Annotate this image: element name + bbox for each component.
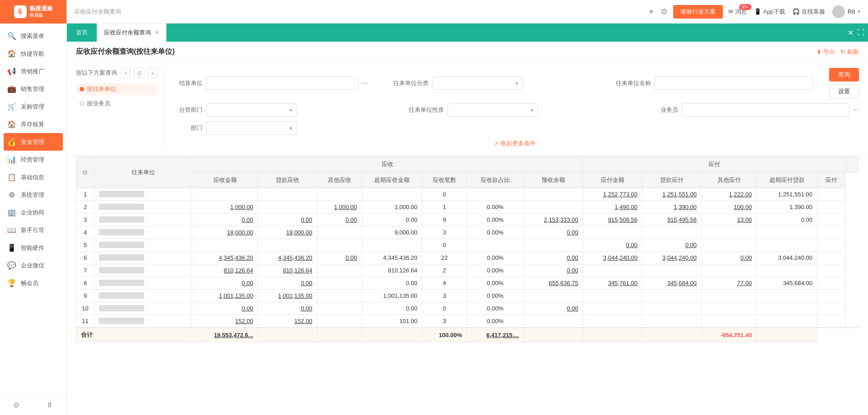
sidebar-item-operations[interactable]: 📊 经营管理 (0, 151, 66, 168)
table-cell[interactable]: 915,495.56 (642, 214, 701, 226)
salesperson-input[interactable] (682, 103, 849, 117)
table-cell[interactable]: 0.00 (192, 277, 258, 290)
table-cell[interactable] (583, 264, 642, 277)
table-cell[interactable] (317, 315, 362, 328)
tab-close-icon[interactable]: ✕ (155, 29, 159, 36)
table-cell[interactable] (583, 226, 642, 239)
table-cell[interactable]: 0.00 (524, 302, 583, 315)
sidebar-settings-btn[interactable]: ⚙ (13, 401, 19, 410)
notifications[interactable]: ✉ 消息 99+ (728, 8, 747, 16)
sidebar-collapse-btn[interactable]: ⏸ (46, 401, 53, 410)
footer-ar-total[interactable]: 19,553,472.6... (192, 328, 258, 342)
close-window-btn[interactable]: ✕ (848, 29, 854, 37)
filter-option-by-unit[interactable]: 按往来单位 (76, 83, 158, 95)
sidebar-item-wechat[interactable]: 💬 企业微信 (0, 257, 66, 274)
table-cell[interactable]: 1,000.00 (192, 201, 258, 214)
table-cell[interactable]: 0.00 (258, 302, 317, 315)
table-cell[interactable]: 0.00 (192, 302, 258, 315)
table-cell[interactable]: 345,684.00 (642, 277, 701, 290)
table-cell[interactable]: 1,252,773.00 (583, 188, 642, 201)
sidebar-item-system[interactable]: ⚙ 系统管理 (0, 186, 66, 204)
table-cell[interactable]: 1,222.00 (701, 188, 756, 201)
sidebar-item-inventory[interactable]: 🏠 库存核算 (0, 115, 66, 133)
filter-collapse-btn[interactable]: ∧ 收起更多条件 (171, 137, 859, 150)
sidebar-item-basic-info[interactable]: 📋 基础信息 (0, 168, 66, 186)
table-cell[interactable]: 0.00 (524, 226, 583, 239)
salesperson-dots-btn[interactable]: ··· (853, 106, 859, 114)
refresh-btn[interactable]: ↻ 刷新 (840, 48, 859, 56)
table-cell[interactable]: 810,126.64 (258, 264, 317, 277)
filter-add-btn[interactable]: + (121, 68, 131, 78)
table-cell[interactable] (258, 188, 317, 201)
export-btn[interactable]: ⬆ 导出 (816, 48, 835, 56)
table-cell[interactable] (317, 188, 362, 201)
sidebar-item-guide[interactable]: 📖 新手引导 (0, 221, 66, 239)
filter-options-btn[interactable]: ⊙ (134, 68, 144, 78)
table-cell[interactable] (524, 201, 583, 214)
sidebar-item-finance[interactable]: 💰 资金管理 (4, 133, 63, 151)
table-cell[interactable] (701, 302, 756, 315)
table-cell[interactable]: 0.00 (258, 214, 317, 226)
table-cell[interactable] (192, 188, 258, 201)
table-cell[interactable]: 18,000.00 (258, 226, 317, 239)
table-cell[interactable]: 810,126.64 (192, 264, 258, 277)
department-select-wrapper[interactable]: ▾ (206, 121, 297, 135)
customer-service[interactable]: 🎧 在线客服 (793, 8, 825, 16)
table-cell[interactable]: 3,044,240.00 (583, 252, 642, 264)
table-cell[interactable]: 100.00 (701, 201, 756, 214)
topbar-dropdown-icon[interactable]: ▾ (649, 7, 653, 17)
settlement-unit-input[interactable] (206, 76, 359, 90)
filter-option-by-staff[interactable]: 按业务员 (76, 98, 158, 110)
table-cell[interactable] (524, 315, 583, 328)
table-cell[interactable]: 1,390.00 (642, 201, 701, 214)
table-cell[interactable] (524, 239, 583, 252)
table-cell[interactable] (317, 226, 362, 239)
sidebar-item-member[interactable]: 🏆 畅会员 (0, 274, 66, 292)
tab-home[interactable]: 首页 (67, 24, 97, 42)
table-cell[interactable]: 1,000.00 (317, 201, 362, 214)
table-cell[interactable]: 152.00 (192, 315, 258, 328)
table-cell[interactable]: 0.00 (701, 252, 756, 264)
table-cell[interactable]: 0.00 (317, 252, 362, 264)
table-cell[interactable]: 345,761.00 (583, 277, 642, 290)
query-btn[interactable]: 查询 (829, 68, 859, 81)
table-cell[interactable]: 4,345,436.20 (192, 252, 258, 264)
sidebar-item-purchase[interactable]: 🛒 采购管理 (0, 98, 66, 115)
settings-btn[interactable]: 设置 (829, 84, 859, 99)
table-cell[interactable]: 18,000.00 (192, 226, 258, 239)
user-profile[interactable]: Rit ▾ (832, 5, 861, 18)
table-cell[interactable]: 3,044,240.00 (642, 252, 701, 264)
app-download[interactable]: 📱 App下载 (754, 8, 785, 16)
sidebar-item-search[interactable]: 🔍 搜索菜单 (0, 27, 66, 45)
table-cell[interactable]: 152.00 (258, 315, 317, 328)
table-cell[interactable]: 0.00 (583, 239, 642, 252)
table-cell[interactable]: 4,345,436.20 (258, 252, 317, 264)
sidebar-item-marketing[interactable]: 📢 营销推广 (0, 62, 66, 80)
table-cell[interactable] (642, 290, 701, 302)
table-cell[interactable]: 0.00 (317, 214, 362, 226)
filter-collapse-menu-btn[interactable]: « (148, 68, 158, 78)
table-cell[interactable]: 0.00 (192, 214, 258, 226)
table-gear-icon[interactable]: ⚙ (82, 169, 88, 176)
sidebar-item-enterprise[interactable]: 🏢 企业协同 (0, 204, 66, 221)
sidebar-item-quick-nav[interactable]: 🏠 快捷导航 (0, 45, 66, 62)
table-cell[interactable] (317, 302, 362, 315)
unit-category-select-wrapper[interactable]: ▾ (432, 76, 523, 90)
table-cell[interactable] (701, 315, 756, 328)
table-cell[interactable] (642, 315, 701, 328)
table-cell[interactable]: 0.00 (524, 252, 583, 264)
table-cell[interactable] (642, 226, 701, 239)
table-cell[interactable]: 0.00 (642, 239, 701, 252)
table-cell[interactable]: 1,251,551.00 (642, 188, 701, 201)
settlement-dots-btn[interactable]: ··· (362, 79, 368, 87)
topbar-gear-icon[interactable]: ⚙ (660, 7, 668, 17)
table-cell[interactable] (258, 239, 317, 252)
table-cell[interactable] (642, 264, 701, 277)
table-cell[interactable] (701, 239, 756, 252)
unit-nature-select-wrapper[interactable]: ▾ (448, 103, 538, 117)
promo-button[interactable]: 体验行业方案 (673, 5, 723, 19)
footer-ar-prepay[interactable]: 6,417,215.... (467, 328, 524, 342)
table-cell[interactable] (701, 226, 756, 239)
table-cell[interactable] (583, 290, 642, 302)
dept-manage-select-wrapper[interactable]: ▾ (206, 103, 297, 117)
